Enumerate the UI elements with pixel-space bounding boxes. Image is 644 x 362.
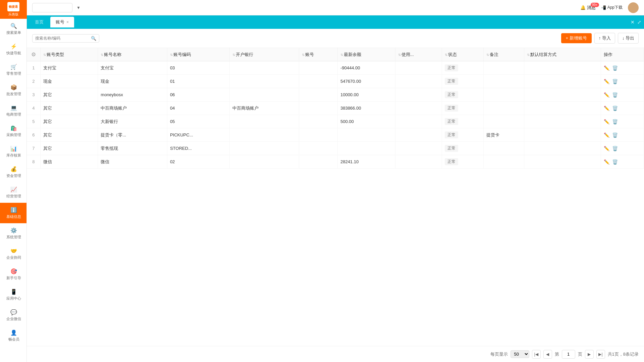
cell-type: 其它: [40, 142, 98, 155]
sidebar-item-retail[interactable]: 🛒 零售管理: [0, 60, 26, 80]
message-button[interactable]: 🔔 消息 99+: [580, 5, 596, 11]
sidebar-item-ecommerce[interactable]: 💻 电商管理: [0, 101, 26, 121]
cell-bank: [230, 75, 299, 88]
cell-index: 5: [27, 115, 40, 128]
edit-button[interactable]: ✏️: [604, 92, 609, 98]
sidebar-item-purchase[interactable]: 🛍️ 采购管理: [0, 121, 26, 141]
toolbar-right: + 新增账号 ↑ 导入 ↓ 导出: [561, 33, 639, 44]
cell-index: 4: [27, 102, 40, 115]
search-wrap[interactable]: 🔍: [32, 34, 99, 43]
sidebar-item-wechat-work[interactable]: 💬 企业微信: [0, 305, 26, 325]
cell-action: ✏️ 🗑️: [601, 155, 644, 169]
edit-button[interactable]: ✏️: [604, 132, 609, 138]
edit-button[interactable]: ✏️: [604, 159, 609, 165]
prev-page-button[interactable]: ◀: [543, 350, 552, 359]
edit-button[interactable]: ✏️: [604, 79, 609, 84]
delete-button[interactable]: 🗑️: [612, 92, 618, 98]
status-badge: 正常: [445, 64, 458, 71]
cell-index: 6: [27, 128, 40, 142]
col-usage: ⇅使用...: [395, 48, 442, 61]
export-button[interactable]: ↓ 导出: [618, 33, 639, 44]
cell-bank: [230, 142, 299, 155]
sidebar-item-collab[interactable]: 🤝 企业协同: [0, 244, 26, 264]
sidebar-item-ecommerce-label: 电商管理: [6, 112, 21, 117]
delete-button[interactable]: 🗑️: [612, 132, 618, 138]
sidebar-item-operation[interactable]: 📈 经营管理: [0, 182, 26, 203]
first-page-button[interactable]: |◀: [532, 350, 541, 359]
tab-close-all-button[interactable]: ✕: [631, 19, 635, 25]
sidebar-item-member[interactable]: 👤 畅会员: [0, 325, 26, 346]
sidebar-item-app-center[interactable]: 📱 应用中心: [0, 285, 26, 305]
cell-index: 7: [27, 142, 40, 155]
header-dropdown[interactable]: ▼: [76, 5, 80, 10]
sidebar: 畅捷通 乐惠版 🔍 搜索菜单 ⚡ 快捷导航 🛒 零售管理 📦 批发管理 💻 电商…: [0, 0, 27, 362]
cell-code: PICKUPC...: [167, 128, 229, 142]
page-number-input[interactable]: [562, 350, 575, 359]
delete-button[interactable]: 🗑️: [612, 79, 618, 84]
sidebar-item-system[interactable]: ⚙️ 系统管理: [0, 223, 26, 244]
app-download-button[interactable]: 📲 App下载: [601, 5, 623, 10]
col-bank: ⇅开户银行: [230, 48, 299, 61]
sidebar-item-finance[interactable]: 💰 资金管理: [0, 162, 26, 182]
cell-remark: [483, 102, 524, 115]
cell-bank: [230, 88, 299, 102]
edit-button[interactable]: ✏️: [604, 146, 609, 151]
sidebar-item-search[interactable]: 🔍 搜索菜单: [0, 19, 26, 39]
tab-account[interactable]: 账号 ×: [50, 17, 74, 27]
tab-home[interactable]: 首页: [30, 17, 49, 27]
cell-usage: [395, 128, 442, 142]
tab-account-label: 账号: [56, 19, 64, 25]
delete-button[interactable]: 🗑️: [612, 65, 618, 71]
edit-button[interactable]: ✏️: [604, 119, 609, 124]
next-page-button[interactable]: ▶: [585, 350, 594, 359]
sidebar-item-search-label: 搜索菜单: [6, 30, 21, 35]
action-btns: ✏️ 🗑️: [604, 132, 641, 138]
tab-close-button[interactable]: ×: [66, 20, 69, 24]
cell-action: ✏️ 🗑️: [601, 128, 644, 142]
col-name: ⇅账号名称: [98, 48, 167, 61]
delete-button[interactable]: 🗑️: [612, 106, 618, 111]
last-page-button[interactable]: ▶|: [596, 350, 605, 359]
add-account-button[interactable]: + 新增账号: [561, 33, 592, 43]
content-area: 🔍 + 新增账号 ↑ 导入 ↓ 导出 ⚙ ⇅账号类型 ⇅账号名称 ⇅账: [27, 29, 644, 362]
delete-button[interactable]: 🗑️: [612, 119, 618, 124]
cell-default-settle: [524, 88, 601, 102]
column-settings-icon[interactable]: ⚙: [31, 52, 36, 57]
page-size-label: 每页显示: [490, 351, 508, 357]
action-btns: ✏️ 🗑️: [604, 65, 641, 71]
sidebar-item-basic-info[interactable]: ℹ️ 基础信息: [0, 203, 26, 223]
sidebar-item-wechat-work-label: 企业微信: [6, 316, 21, 321]
sidebar-item-guide-label: 新手引导: [6, 276, 21, 281]
edit-button[interactable]: ✏️: [604, 106, 609, 111]
cell-name: 现金: [98, 75, 167, 88]
status-badge: 正常: [445, 91, 458, 98]
sidebar-item-app-center-label: 应用中心: [6, 296, 21, 301]
sidebar-item-guide[interactable]: 🎯 新手引导: [0, 264, 26, 285]
cell-default-settle: [524, 142, 601, 155]
user-avatar[interactable]: [628, 2, 639, 13]
page-size-select[interactable]: 10 20 50 100: [511, 350, 529, 358]
delete-button[interactable]: 🗑️: [612, 159, 618, 165]
top-header: ▼ 🔔 消息 99+ 📲 App下载: [27, 0, 644, 15]
cell-bank: [230, 61, 299, 75]
table-row: 5 其它 大新银行 05 500.00 正常 ✏️ 🗑️: [27, 115, 644, 128]
cell-code: STORED...: [167, 142, 229, 155]
delete-button[interactable]: 🗑️: [612, 146, 618, 151]
tab-maximize-button[interactable]: ⤢: [637, 19, 641, 25]
cell-action: ✏️ 🗑️: [601, 102, 644, 115]
cell-name: 微信: [98, 155, 167, 169]
cell-name: 提货卡（零...: [98, 128, 167, 142]
app-download-label: App下载: [607, 5, 623, 10]
cell-action: ✏️ 🗑️: [601, 75, 644, 88]
cell-type: 其它: [40, 102, 98, 115]
cell-code: 06: [167, 88, 229, 102]
cell-action: ✏️ 🗑️: [601, 61, 644, 75]
global-search-input[interactable]: [32, 3, 72, 12]
edit-button[interactable]: ✏️: [604, 65, 609, 71]
cell-usage: [395, 102, 442, 115]
account-search-input[interactable]: [35, 36, 91, 41]
sidebar-item-wholesale[interactable]: 📦 批发管理: [0, 80, 26, 101]
sidebar-item-quick-nav[interactable]: ⚡ 快捷导航: [0, 39, 26, 60]
import-button[interactable]: ↑ 导入: [594, 33, 615, 44]
sidebar-item-inventory[interactable]: 📊 库存核算: [0, 141, 26, 162]
